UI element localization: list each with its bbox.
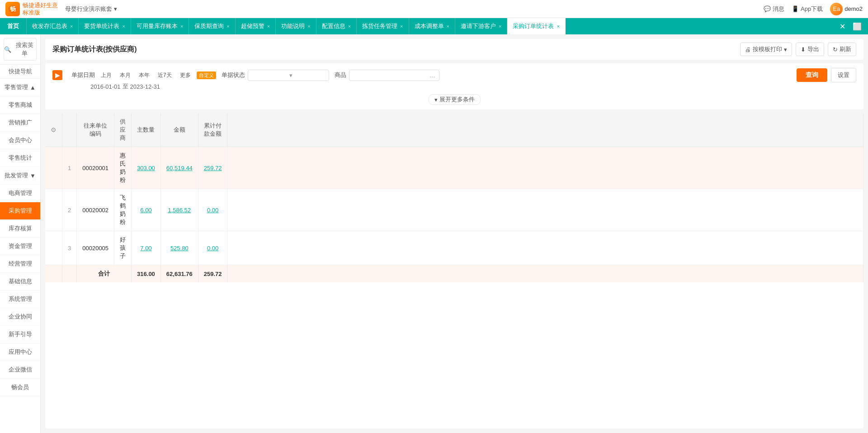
close-tab-button[interactable]: ✕ xyxy=(837,21,848,32)
shortcut-this-year[interactable]: 本年 xyxy=(136,70,153,81)
sidebar-item-marketing[interactable]: 营销推广 xyxy=(0,114,40,132)
cell-paid[interactable]: 259.72 xyxy=(198,147,227,189)
message-button[interactable]: 💬 消息 xyxy=(764,5,784,13)
sidebar-item-label: 企业微信 xyxy=(9,366,32,374)
close-icon[interactable]: × xyxy=(226,24,229,29)
cell-quantity[interactable]: 6.00 xyxy=(132,189,161,231)
top-bar-right: 💬 消息 📱 App下载 Ea demo2 xyxy=(764,3,863,15)
footer-row-num xyxy=(62,265,77,283)
tab-usable-stock[interactable]: 可用量库存账本 × xyxy=(131,18,189,34)
setting-button[interactable]: 设置 xyxy=(831,68,856,82)
cell-unit-code: 00020001 xyxy=(77,147,114,189)
logo-text: 畅捷通好生意 标准版 xyxy=(23,2,58,16)
sidebar-item-purchase-mgmt[interactable]: 采购管理 xyxy=(0,202,40,220)
close-icon[interactable]: × xyxy=(307,24,310,29)
cell-amount[interactable]: 60,519.44 xyxy=(160,147,198,189)
cell-quantity[interactable]: 303.00 xyxy=(132,147,161,189)
top-bar-left: 畅 畅捷通好生意 标准版 母婴行业演示账套 ▾ xyxy=(5,2,121,16)
tab-purchase-stats[interactable]: 采购订单统计表 × xyxy=(507,18,565,34)
tab-config[interactable]: 配置信息 × xyxy=(316,18,357,34)
app-download-button[interactable]: 📱 App下载 xyxy=(792,5,823,13)
close-icon[interactable]: × xyxy=(122,24,125,29)
close-icon[interactable]: × xyxy=(180,24,183,29)
tab-label: 采购订单统计表 xyxy=(513,22,554,30)
workspace-selector[interactable]: 母婴行业演示账套 ▾ xyxy=(61,4,121,14)
sidebar-item-ecommerce[interactable]: 电商管理 xyxy=(0,185,40,202)
search-button[interactable]: 🔍 搜索英单 xyxy=(4,38,37,61)
sidebar-item-label: 基础信息 xyxy=(9,277,32,285)
tab-overstock[interactable]: 超储预警 × xyxy=(236,18,276,34)
tab-label: 成本调整单 xyxy=(415,22,444,30)
refresh-button[interactable]: ↻ 刷新 xyxy=(828,43,856,56)
sidebar-item-enterprise[interactable]: 企业协同 xyxy=(0,308,40,326)
close-icon[interactable]: × xyxy=(400,24,403,29)
goods-input[interactable] xyxy=(353,72,429,79)
sidebar-item-wholesale-mgmt[interactable]: 批发管理 ▼ xyxy=(0,167,40,185)
cell-amount[interactable]: 525.80 xyxy=(160,231,198,265)
cell-settings xyxy=(45,231,62,265)
close-icon[interactable]: × xyxy=(557,24,559,29)
close-icon[interactable]: × xyxy=(447,24,449,29)
tab-task-mgmt[interactable]: 拣货任务管理 × xyxy=(357,18,409,34)
template-print-button[interactable]: 🖨 按模板打印 ▾ xyxy=(740,43,792,56)
shortcut-last-month[interactable]: 上月 xyxy=(98,70,115,81)
close-icon[interactable]: × xyxy=(348,24,351,29)
sidebar-item-stock-check[interactable]: 库存核算 xyxy=(0,220,40,238)
shortcut-more[interactable]: 更多 xyxy=(177,70,194,81)
sidebar-item-member[interactable]: 会员中心 xyxy=(0,132,40,149)
sidebar-item-retail-mall[interactable]: 零售商城 xyxy=(0,96,40,114)
footer-paid: 259.72 xyxy=(198,265,227,283)
sidebar-item-retail-mgmt[interactable]: 零售管理 ▲ xyxy=(0,79,40,96)
col-row-num xyxy=(62,113,77,147)
tab-home[interactable]: 首页 xyxy=(0,18,27,34)
sidebar-item-ops-mgmt[interactable]: 经营管理 xyxy=(0,255,40,273)
toggle-filter-button[interactable]: ▶ xyxy=(52,70,62,80)
more-icon[interactable]: … xyxy=(429,72,435,79)
export-button[interactable]: ⬇ 导出 xyxy=(796,43,824,56)
sidebar: 🔍 搜索英单 快捷导航 零售管理 ▲ 零售商城 营销推广 会员中心 零售统计 批… xyxy=(0,34,41,433)
tab-collect-pay[interactable]: 收发存汇总表 × xyxy=(27,18,79,34)
cell-quantity[interactable]: 7.00 xyxy=(132,231,161,265)
cell-extra xyxy=(227,147,863,189)
close-icon[interactable]: × xyxy=(499,24,501,29)
sidebar-item-app-center[interactable]: 应用中心 xyxy=(0,343,40,361)
goods-filter: 商品 … xyxy=(335,70,439,81)
sidebar-item-finance-mgmt[interactable]: 资金管理 xyxy=(0,238,40,255)
sidebar-item-label: 电商管理 xyxy=(9,189,32,197)
tab-order-stats[interactable]: 要货单统计表 × xyxy=(79,18,131,34)
cell-amount[interactable]: 1,586.52 xyxy=(160,189,198,231)
sidebar-item-label: 零售管理 xyxy=(5,83,28,91)
col-settings[interactable]: ⚙ xyxy=(45,113,62,147)
tab-func-desc[interactable]: 功能说明 × xyxy=(276,18,316,34)
close-icon[interactable]: × xyxy=(70,24,73,29)
tab-label: 超储预警 xyxy=(241,22,264,30)
tab-warranty[interactable]: 保质期查询 × xyxy=(189,18,235,34)
tab-cost-adj[interactable]: 成本调整单 × xyxy=(409,18,455,34)
sidebar-item-new-guide[interactable]: 新手引导 xyxy=(0,326,40,343)
cell-paid[interactable]: 0.00 xyxy=(198,231,227,265)
sidebar-item-retail-stats[interactable]: 零售统计 xyxy=(0,149,40,167)
sidebar-item-sys-mgmt[interactable]: 系统管理 xyxy=(0,290,40,308)
sidebar-item-label: 采购管理 xyxy=(9,207,32,215)
expand-more-button[interactable]: ▾ 展开更多条件 xyxy=(429,94,481,105)
quick-nav-label: 快捷导航 xyxy=(9,67,32,76)
sidebar-item-enterprise-wx[interactable]: 企业微信 xyxy=(0,361,40,379)
user-area[interactable]: Ea demo2 xyxy=(830,3,863,15)
close-icon[interactable]: × xyxy=(267,24,270,29)
shortcut-7days[interactable]: 近7天 xyxy=(155,70,175,81)
sidebar-item-membership[interactable]: 畅会员 xyxy=(0,379,40,396)
footer-label: 合计 xyxy=(77,265,132,283)
quick-nav-button[interactable]: 快捷导航 xyxy=(0,65,40,79)
chevron-icon: ▼ xyxy=(30,172,36,179)
date-range: 2016-01-01 至 2023-12-31 xyxy=(52,82,856,90)
logo-icon: 畅 xyxy=(5,2,20,16)
status-select[interactable]: ▾ xyxy=(248,70,329,81)
cell-paid[interactable]: 0.00 xyxy=(198,189,227,231)
shortcut-this-month[interactable]: 本月 xyxy=(117,70,134,81)
sidebar-item-basic-info[interactable]: 基础信息 xyxy=(0,273,40,290)
tab-invite[interactable]: 邀请下游客户 × xyxy=(455,18,507,34)
date-from: 2016-01-01 xyxy=(90,83,121,90)
maximize-button[interactable]: ⬜ xyxy=(850,21,864,32)
query-button[interactable]: 查询 xyxy=(797,68,827,82)
date-shortcuts: 上月 本月 本年 近7天 更多 xyxy=(98,70,194,81)
